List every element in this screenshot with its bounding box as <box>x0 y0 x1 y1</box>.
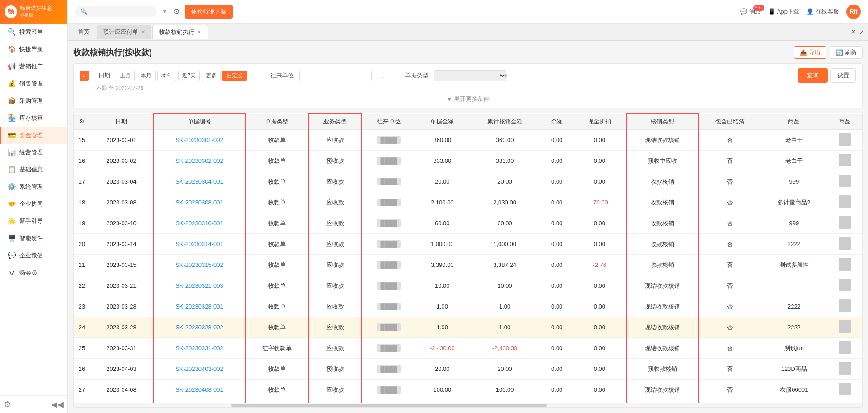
row-no: 24 <box>74 317 90 338</box>
doc-no-link[interactable]: SK-20230310-001 <box>175 220 223 227</box>
tab-label-receivable: 预计应应付单 <box>103 28 138 36</box>
sidebar-item-wechat[interactable]: 💬 企业微信 <box>0 247 67 264</box>
sidebar-item-guide[interactable]: 🌟 新手引导 <box>0 213 67 230</box>
row-cum-amount: 1,000.00 <box>469 234 540 255</box>
sidebar-item-basic-info[interactable]: 📋 基础信息 <box>0 161 67 178</box>
sidebar-item-hardware[interactable]: 🖥️ 智能硬件 <box>0 230 67 247</box>
more-date-button[interactable]: 更多 <box>202 71 221 81</box>
sidebar-item-purchase[interactable]: 📦 采购管理 <box>0 92 67 109</box>
sidebar-item-vip[interactable]: V 畅会员 <box>0 264 67 281</box>
refresh-icon: 🔄 <box>836 49 843 56</box>
row-doc-type: 收款单 <box>245 255 308 275</box>
row-cum-amount: -2,430.00 <box>469 338 540 359</box>
sidebar-item-inventory[interactable]: 🏪 库存核算 <box>0 109 67 127</box>
tab-home[interactable]: 首页 <box>71 25 96 39</box>
sidebar-collapse-icon[interactable]: ◀◀ <box>51 399 64 409</box>
scrollbar-thumb <box>231 404 547 407</box>
sidebar-icon-hardware: 🖥️ <box>8 234 16 242</box>
sidebar-item-system[interactable]: ⚙️ 系统管理 <box>0 178 67 195</box>
row-include-settled: 否 <box>698 151 761 171</box>
row-balance: 0.00 <box>540 338 574 359</box>
row-date: 2023-03-02 <box>90 151 153 171</box>
doc-no-link[interactable]: SK-20230301-002 <box>175 137 223 143</box>
row-product2 <box>827 213 862 234</box>
avatar-text: Rit <box>849 8 857 15</box>
row-doc-no: SK-20230408-001 <box>153 380 245 400</box>
sidebar-item-search[interactable]: 🔍 搜索菜单 <box>0 24 67 41</box>
filter-settings-button[interactable]: 设置 <box>830 68 856 83</box>
this-month-button[interactable]: 本月 <box>137 71 156 81</box>
sidebar-item-marketing[interactable]: 📢 营销推广 <box>0 58 67 75</box>
row-include-settled: 否 <box>698 338 761 359</box>
filter-collapse-button[interactable]: » <box>80 71 89 81</box>
row-date: 2023-03-21 <box>90 275 153 296</box>
table-row: 17 2023-03-04 SK-20230304-001 收款单 应收款 ██… <box>74 171 862 192</box>
partner-input[interactable] <box>299 71 372 81</box>
horizontal-scrollbar[interactable] <box>74 403 862 407</box>
row-verify-type: 现结收款核销 <box>626 338 698 359</box>
doc-type-select[interactable] <box>434 70 506 81</box>
main-area: 🔍 ▼ ⚙ 体验行业方案 💬 消息 99+ 📱 App下载 👤 在线客服 Rit <box>68 0 868 413</box>
row-date: 2023-03-04 <box>90 171 153 192</box>
row-amount: 1.00 <box>415 317 469 338</box>
doc-no-link[interactable]: SK-20230328-001 <box>175 303 223 310</box>
col-partner: 往来单位 <box>362 114 415 130</box>
last-month-button[interactable]: 上月 <box>116 71 135 81</box>
row-doc-type: 收款单 <box>245 234 308 255</box>
doc-no-link[interactable]: SK-20230308-001 <box>175 199 223 206</box>
doc-no-link[interactable]: SK-20230302-002 <box>175 157 223 164</box>
sidebar-item-operations[interactable]: 📊 经营管理 <box>0 144 67 161</box>
sidebar-icon-system: ⚙️ <box>8 183 16 191</box>
row-product2 <box>827 192 862 213</box>
sidebar-item-quick-nav[interactable]: 🏠 快捷导航 <box>0 41 67 58</box>
refresh-button[interactable]: 🔄 刷新 <box>830 46 863 59</box>
tabbar-expand-button[interactable]: ⤢ <box>859 28 864 36</box>
table-header-row: ⚙ 日期 单据编号 单据类型 业务类型 往来单位 单据金额 累计核销金额 余额 … <box>74 114 862 130</box>
app-download-item[interactable]: 📱 App下载 <box>768 8 799 16</box>
page-header: 收款核销执行(按收款) 📤 导出 🔄 刷新 <box>73 46 863 59</box>
row-product2 <box>827 234 862 255</box>
more-filters-dots[interactable]: ... <box>377 72 386 79</box>
sidebar-gear-icon[interactable]: ⚙ <box>4 399 11 409</box>
table-row: 27 2023-04-08 SK-20230408-001 收款单 应收款 ██… <box>74 380 862 400</box>
topbar-search[interactable]: 🔍 <box>75 6 156 17</box>
sidebar-item-sales[interactable]: 💰 销售管理 <box>0 75 67 92</box>
doc-no-link[interactable]: SK-20230304-001 <box>175 178 223 185</box>
export-icon: 📤 <box>800 49 807 56</box>
tab-receipts[interactable]: 收款核销执行✕ <box>152 25 208 39</box>
row-product: 999 <box>761 171 827 192</box>
query-button[interactable]: 查询 <box>798 68 828 83</box>
gear-icon[interactable]: ⚙ <box>173 7 179 16</box>
sidebar-item-enterprise[interactable]: 🤝 企业协同 <box>0 195 67 213</box>
doc-no-link[interactable]: SK-20230331-002 <box>175 345 223 351</box>
this-year-button[interactable]: 本年 <box>157 71 176 81</box>
doc-no-link[interactable]: SK-20230321-003 <box>175 282 223 289</box>
tab-close-receivable[interactable]: ✕ <box>141 29 145 35</box>
col-doc-type: 单据类型 <box>245 114 308 130</box>
row-no: 26 <box>74 359 90 380</box>
doc-no-link[interactable]: SK-20230314-001 <box>175 241 223 247</box>
doc-no-link[interactable]: SK-20230328-002 <box>175 324 223 331</box>
doc-no-link[interactable]: SK-20230403-002 <box>175 366 223 372</box>
row-include-settled: 否 <box>698 192 761 213</box>
row-cum-amount: 60.00 <box>469 213 540 234</box>
sidebar-item-finance[interactable]: 💳 资金管理 <box>0 127 67 144</box>
tabbar-close-button[interactable]: ✕ <box>850 28 856 36</box>
sidebar: 畅 畅康道好生意 标推版 🔍 搜索菜单 🏠 快捷导航 📢 营销推广 💰 销售管理… <box>0 0 68 413</box>
doc-no-link[interactable]: SK-20230315-002 <box>175 261 223 268</box>
last-7-days-button[interactable]: 近7天 <box>178 71 200 81</box>
expand-more-button[interactable]: ▼ 展开更多条件 <box>80 95 856 103</box>
col-settings[interactable]: ⚙ <box>74 114 90 130</box>
tab-receivable[interactable]: 预计应应付单✕ <box>97 25 151 39</box>
user-avatar[interactable]: Rit <box>846 5 861 19</box>
topbar-dropdown-icon[interactable]: ▼ <box>162 8 168 15</box>
online-service-item[interactable]: 👤 在线客服 <box>807 8 839 16</box>
doc-no-link[interactable]: SK-20230408-001 <box>175 386 223 393</box>
messages-icon-item[interactable]: 💬 消息 99+ <box>740 8 761 16</box>
solution-button[interactable]: 体验行业方案 <box>185 5 233 19</box>
table-row: 16 2023-03-02 SK-20230302-002 收款单 预收款 ██… <box>74 151 862 171</box>
tab-close-receipts[interactable]: ✕ <box>197 29 201 35</box>
export-button[interactable]: 📤 导出 <box>794 46 826 59</box>
custom-date-button[interactable]: 自定义 <box>222 71 247 81</box>
doc-type-label: 单据类型 <box>405 71 429 80</box>
